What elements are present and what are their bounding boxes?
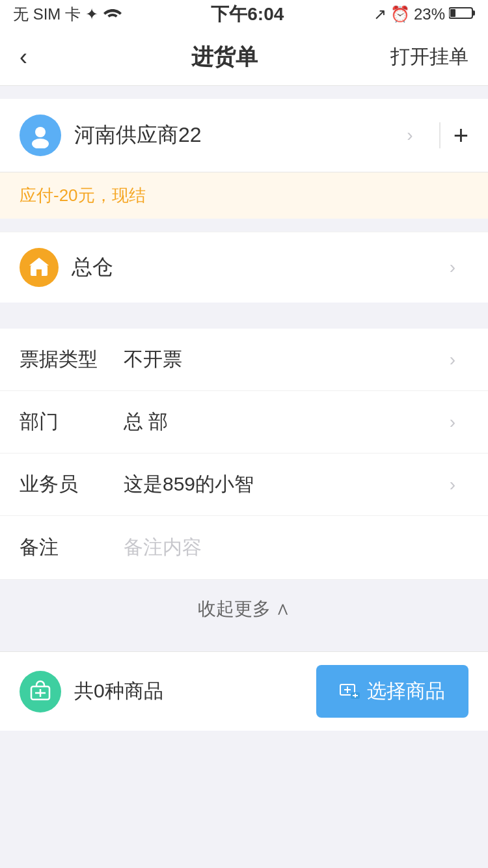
form-section: 票据类型 不开票 › 部门 总 部 › 业务员 这是859的小智 › 备注 备注…	[0, 316, 488, 580]
remarks-label: 备注	[20, 534, 111, 561]
status-bar: 无 SIM 卡 ✦ 下午6:04 ↗ ⏰ 23%	[0, 0, 488, 29]
wifi-icon	[103, 5, 122, 23]
gap-3	[0, 316, 488, 329]
battery-text: 23%	[414, 5, 445, 23]
supplier-divider	[439, 122, 441, 148]
add-supplier-button[interactable]: +	[454, 121, 468, 150]
alarm-icon: ⏰	[390, 5, 410, 23]
supplier-chevron-icon: ›	[407, 125, 413, 146]
department-label: 部门	[20, 409, 111, 435]
svg-point-4	[32, 139, 49, 148]
page-title: 进货单	[191, 42, 258, 72]
remarks-row[interactable]: 备注 备注内容	[0, 516, 488, 580]
select-product-label: 选择商品	[367, 678, 445, 705]
page-content: 河南供应商22 › + 应付-20元，现结 总仓 › 票	[0, 86, 488, 868]
warehouse-icon	[20, 248, 59, 287]
remarks-input[interactable]: 备注内容	[111, 534, 468, 561]
collapse-row[interactable]: 收起更多 ∧	[0, 580, 488, 638]
supplier-avatar	[20, 115, 61, 156]
product-icon	[20, 671, 61, 712]
gap-2	[0, 219, 488, 232]
nav-bar: ‹ 进货单 打开挂单	[0, 29, 488, 86]
open-pending-button[interactable]: 打开挂单	[390, 44, 468, 70]
salesman-label: 业务员	[20, 471, 111, 498]
invoice-type-chevron-icon: ›	[450, 349, 455, 370]
battery-icon	[449, 5, 475, 23]
department-chevron-icon: ›	[450, 412, 455, 433]
invoice-type-row[interactable]: 票据类型 不开票 ›	[0, 329, 488, 391]
salesman-value: 这是859的小智	[111, 471, 450, 498]
svg-rect-2	[450, 9, 455, 17]
warehouse-name: 总仓	[72, 253, 450, 282]
svg-marker-6	[29, 258, 49, 265]
product-count-label: 共0种商品	[74, 678, 316, 705]
status-right: ↗ ⏰ 23%	[373, 5, 475, 23]
invoice-type-value: 不开票	[111, 346, 450, 373]
warehouse-row[interactable]: 总仓 ›	[0, 232, 488, 303]
notice-bar: 应付-20元，现结	[0, 172, 488, 219]
invoice-type-label: 票据类型	[20, 346, 111, 373]
svg-rect-7	[36, 269, 42, 276]
bottom-bar: 共0种商品 选择商品	[0, 651, 488, 731]
svg-rect-1	[472, 10, 475, 16]
supplier-name: 河南供应商22	[74, 121, 407, 150]
warehouse-section: 总仓 ›	[0, 232, 488, 303]
salesman-chevron-icon: ›	[450, 474, 455, 495]
department-value: 总 部	[111, 409, 450, 435]
svg-point-3	[35, 127, 46, 137]
select-product-button[interactable]: 选择商品	[316, 665, 468, 718]
department-row[interactable]: 部门 总 部 ›	[0, 391, 488, 454]
signal-text: 无 SIM 卡 ✦	[13, 4, 98, 25]
warehouse-chevron-icon: ›	[450, 257, 455, 278]
location-icon: ↗	[373, 5, 386, 23]
supplier-row[interactable]: 河南供应商22 › +	[0, 99, 488, 172]
salesman-row[interactable]: 业务员 这是859的小智 ›	[0, 454, 488, 516]
gap-1	[0, 86, 488, 99]
notice-text: 应付-20元，现结	[20, 185, 146, 205]
collapse-label: 收起更多 ∧	[198, 599, 291, 619]
supplier-section: 河南供应商22 › + 应付-20元，现结	[0, 99, 488, 219]
status-time: 下午6:04	[211, 2, 284, 27]
back-button[interactable]: ‹	[20, 44, 59, 71]
status-left: 无 SIM 卡 ✦	[13, 4, 122, 25]
